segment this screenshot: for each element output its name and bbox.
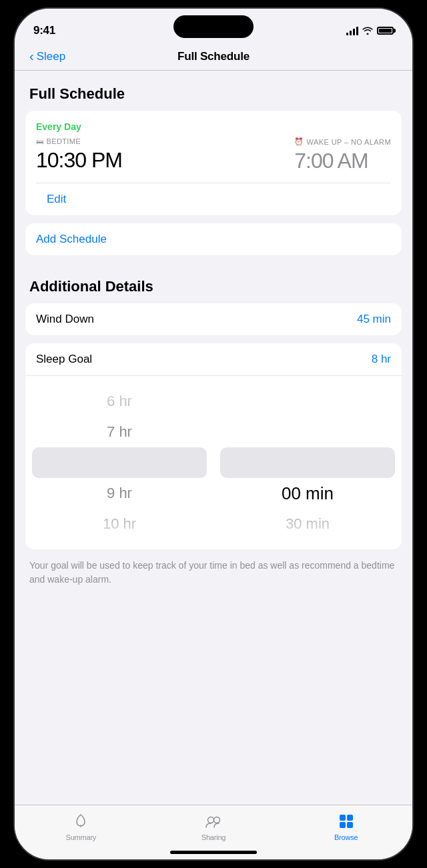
sleep-goal-picker-card: Sleep Goal 8 hr 5 hr 6 hr 7 hr 8 hr 9 hr… xyxy=(25,343,402,549)
back-button[interactable]: ‹ Sleep xyxy=(29,49,65,64)
tab-summary[interactable]: Summary xyxy=(15,812,147,841)
wind-down-row: Wind Down 45 min xyxy=(25,303,402,335)
wakeup-label: ⏰ WAKE UP – NO ALARM xyxy=(294,137,391,146)
full-schedule-header: Full Schedule xyxy=(15,71,412,111)
frequency-label: Every Day xyxy=(36,121,391,132)
additional-details-header: Additional Details xyxy=(15,263,412,303)
browse-icon xyxy=(337,812,356,831)
wind-down-card[interactable]: Wind Down 45 min xyxy=(25,303,402,335)
dynamic-island xyxy=(173,15,254,38)
tab-browse-label: Browse xyxy=(334,833,358,841)
bed-icon: 🛏 xyxy=(36,137,43,145)
sleep-goal-label: Sleep Goal xyxy=(36,353,92,366)
alarm-icon: ⏰ xyxy=(294,137,304,146)
svg-point-1 xyxy=(214,817,220,823)
picker-min-30: 30 min xyxy=(214,509,402,539)
wakeup-col: ⏰ WAKE UP – NO ALARM 7:00 AM xyxy=(294,137,391,173)
nav-title: Full Schedule xyxy=(177,50,250,63)
picker-scroll[interactable]: 5 hr 6 hr 7 hr 8 hr 9 hr 10 hr 11 hr 00 … xyxy=(25,376,402,549)
hours-column[interactable]: 5 hr 6 hr 7 hr 8 hr 9 hr 10 hr 11 hr xyxy=(25,376,214,549)
add-schedule-label: Add Schedule xyxy=(36,233,107,245)
wind-down-value: 45 min xyxy=(357,313,391,326)
picker-hour-6: 6 hr xyxy=(25,386,214,417)
battery-icon xyxy=(377,27,394,35)
wind-down-label: Wind Down xyxy=(36,313,94,326)
schedule-row: 🛏 BEDTIME 10:30 PM ⏰ WAKE UP – NO ALARM … xyxy=(36,137,391,183)
scroll-content[interactable]: Full Schedule Every Day 🛏 BEDTIME 10:30 … xyxy=(15,71,412,795)
home-indicator xyxy=(170,851,257,854)
tab-bar: Summary Sharing xyxy=(15,805,412,859)
picker-hour-9: 9 hr xyxy=(25,478,214,509)
sleep-goal-row[interactable]: Sleep Goal 8 hr xyxy=(25,343,402,375)
signal-icon xyxy=(346,26,358,35)
svg-rect-4 xyxy=(340,822,346,828)
edit-button[interactable]: Edit xyxy=(36,183,391,215)
bedtime-col: 🛏 BEDTIME 10:30 PM xyxy=(36,137,122,173)
tab-browse[interactable]: Browse xyxy=(280,812,412,841)
info-text: Your goal will be used to keep track of … xyxy=(15,552,412,597)
nav-bar: ‹ Sleep Full Schedule xyxy=(15,45,412,71)
bedtime-label: 🛏 BEDTIME xyxy=(36,137,122,145)
phone-frame: 9:41 ‹ Sleep Full Schedule xyxy=(13,7,414,861)
back-label: Sleep xyxy=(37,50,65,63)
svg-rect-3 xyxy=(347,815,353,821)
add-schedule-card[interactable]: Add Schedule xyxy=(25,223,402,255)
minutes-column[interactable]: 00 min 30 min xyxy=(214,376,402,549)
svg-rect-5 xyxy=(347,822,353,828)
svg-point-0 xyxy=(208,817,214,823)
back-chevron-icon: ‹ xyxy=(29,49,34,64)
svg-rect-2 xyxy=(340,815,346,821)
status-icons xyxy=(346,26,394,35)
picker-hour-5: 5 hr xyxy=(25,376,214,386)
tab-summary-label: Summary xyxy=(66,833,97,841)
picker-fade-top-mins xyxy=(214,376,402,429)
picker-min-00: 00 min xyxy=(214,478,402,509)
sharing-icon xyxy=(204,812,223,831)
wifi-icon xyxy=(362,27,373,35)
picker-hour-11: 11 hr xyxy=(25,539,214,549)
schedule-card: Every Day 🛏 BEDTIME 10:30 PM ⏰ WAKE UP –… xyxy=(25,111,402,215)
bedtime-time: 10:30 PM xyxy=(36,148,122,173)
summary-icon xyxy=(71,812,90,831)
status-bar: 9:41 xyxy=(15,9,412,45)
picker-hour-7: 7 hr xyxy=(25,417,214,447)
picker-hour-8: 8 hr xyxy=(25,447,214,478)
picker-selected-bg-mins xyxy=(220,447,395,478)
add-schedule-wrapper: Add Schedule xyxy=(25,223,402,255)
wakeup-time: 7:00 AM xyxy=(294,149,391,173)
status-time: 9:41 xyxy=(33,24,55,37)
picker-hour-10: 10 hr xyxy=(25,509,214,539)
tab-sharing-label: Sharing xyxy=(201,833,226,841)
tab-sharing[interactable]: Sharing xyxy=(147,812,280,841)
sleep-goal-value: 8 hr xyxy=(372,353,391,366)
